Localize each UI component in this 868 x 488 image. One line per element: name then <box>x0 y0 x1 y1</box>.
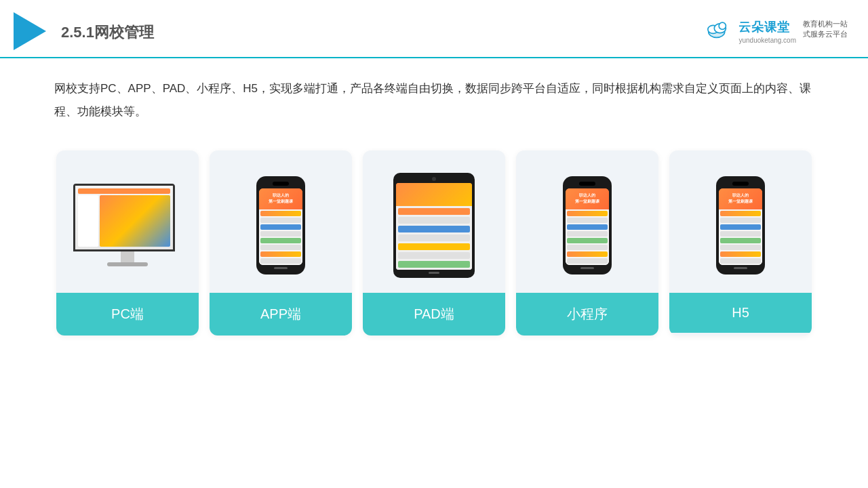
monitor-screen <box>73 184 175 251</box>
logo-text-container: 云朵课堂 yunduoketang.com <box>738 19 796 44</box>
card-app-label: APP端 <box>210 293 352 336</box>
logo-url: yunduoketang.com <box>738 37 796 44</box>
phone-mockup-miniapp: 职达人的第一堂刷题课 <box>563 176 612 274</box>
card-pc-label: PC端 <box>56 293 199 336</box>
tablet-mockup <box>393 173 475 278</box>
page-header: 2.5.1网校管理 云朵课堂 yunduoketang.com 教育机构一站 式… <box>0 0 868 58</box>
phone-mockup-h5: 职达人的第一堂刷题课 <box>716 176 765 274</box>
card-pc-image <box>56 150 199 293</box>
svg-point-6 <box>719 22 726 29</box>
logo-slogan: 教育机构一站 式服务云平台 <box>803 19 848 40</box>
card-miniapp-label: 小程序 <box>516 293 658 336</box>
card-h5: 职达人的第一堂刷题课 H5 <box>669 150 812 336</box>
brand-triangle-icon <box>14 12 46 50</box>
cloud-logo-icon <box>705 19 734 39</box>
description-text: 网校支持PC、APP、PAD、小程序、H5，实现多端打通，产品各终端自由切换，数… <box>0 58 868 130</box>
card-pc: PC端 <box>56 150 199 336</box>
monitor-mockup <box>73 184 182 266</box>
card-pad: PAD端 <box>363 150 505 336</box>
logo-name: 云朵课堂 <box>738 19 796 35</box>
card-pad-label: PAD端 <box>363 293 505 336</box>
platform-cards: PC端 职达人的第一堂刷题课 <box>0 130 868 356</box>
brand-logo: 云朵课堂 yunduoketang.com 教育机构一站 式服务云平台 <box>705 19 848 44</box>
card-miniapp-image: 职达人的第一堂刷题课 <box>516 150 658 293</box>
card-miniapp: 职达人的第一堂刷题课 小程序 <box>516 150 658 336</box>
card-app-image: 职达人的第一堂刷题课 <box>210 150 352 293</box>
card-app: 职达人的第一堂刷题课 APP端 <box>210 150 352 336</box>
header-left: 2.5.1网校管理 <box>14 12 154 50</box>
page-title: 2.5.1网校管理 <box>61 20 154 43</box>
card-pad-image <box>363 150 505 293</box>
card-h5-image: 职达人的第一堂刷题课 <box>669 150 812 293</box>
card-h5-label: H5 <box>669 293 812 333</box>
phone-mockup-app: 职达人的第一堂刷题课 <box>256 176 305 274</box>
